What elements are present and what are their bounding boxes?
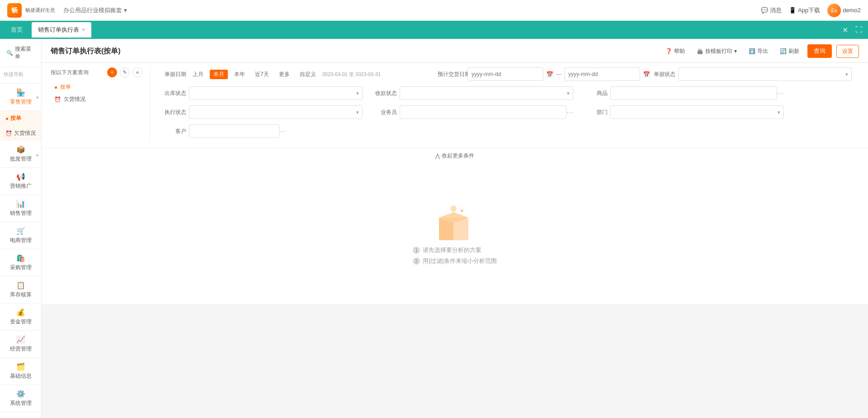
sidebar-item-operations[interactable]: 📈 经营管理 [0, 331, 41, 358]
customer-input[interactable] [189, 124, 279, 138]
empty-state: ✦ · 1 请先选择要分析的方案 2 用[过滤]条件来缩小分析范围 [42, 163, 868, 304]
workspace-dropdown[interactable]: 办公用品行业模拟账套 ▾ [60, 5, 131, 16]
sidebar-item-label-purchase: 采购管理 [10, 264, 32, 271]
date-tag-7days[interactable]: 近7天 [251, 70, 273, 79]
quick-nav-label: 快捷导航 [4, 71, 38, 78]
collapse-scheme-button[interactable]: « [132, 67, 142, 77]
salesperson-label: 业务员 [370, 109, 397, 116]
tab-close-icon[interactable]: × [82, 27, 85, 33]
message-icon: 💬 [761, 7, 768, 14]
collapse-more-button[interactable]: ⋀ 收起更多条件 [42, 148, 868, 163]
receipt-status-select[interactable] [400, 86, 573, 100]
workspace-label: 办公用品行业模拟账套 [63, 6, 122, 14]
exec-status-select[interactable] [189, 105, 363, 119]
goods-input[interactable] [610, 86, 777, 100]
receipt-status-label: 收款状态 [370, 90, 397, 97]
goods-more-icon[interactable]: ··· [777, 90, 784, 97]
date-tag-current-year[interactable]: 本年 [231, 70, 249, 79]
message-button[interactable]: 💬 消息 [761, 6, 782, 14]
scheme-item-欠货情况[interactable]: ⏰ 欠货情况 [51, 93, 142, 105]
retail-icon: 🏪 [16, 88, 25, 97]
salesperson-input[interactable] [400, 105, 566, 119]
sidebar-item-base-info[interactable]: 🗂️ 基础信息 [0, 358, 41, 385]
print-button[interactable]: 🖨️ 按模板打印 ▾ [693, 46, 741, 57]
base-info-icon: 🗂️ [16, 362, 25, 371]
inventory-icon: 📋 [16, 281, 25, 290]
add-scheme-button[interactable]: + [107, 67, 117, 77]
filter-item-goods: 商品 ··· [580, 86, 784, 100]
empty-tips-list: 1 请先选择要分析的方案 2 用[过滤]条件来缩小分析范围 [413, 246, 496, 268]
sub-item-欠货情况[interactable]: ⏰ 欠货情况 [0, 126, 41, 141]
sub-item-按单[interactable]: ● 按单 [0, 111, 41, 126]
search-menu-button[interactable]: 🔍 搜索菜单 [4, 43, 38, 62]
export-button[interactable]: ⬇️ 导出 [745, 46, 772, 57]
settings-button[interactable]: 设置 [836, 45, 859, 58]
dept-select[interactable] [610, 105, 784, 119]
svg-text:·: · [436, 220, 437, 225]
fullscreen-icon[interactable]: ⛶ [854, 24, 864, 36]
scheme-item-按单[interactable]: ● 按单 [51, 81, 142, 93]
salesperson-control: ··· [400, 105, 573, 119]
tip-text-2: 用[过滤]条件来缩小分析范围 [423, 257, 496, 265]
dropdown-arrow-icon: ▾ [124, 7, 127, 14]
empty-tip-2: 2 用[过滤]条件来缩小分析范围 [413, 257, 496, 265]
close-window-icon[interactable]: ✕ [840, 24, 850, 36]
page-title: 销售订单执行表(按单) [51, 47, 121, 56]
filter-section: 按以下方案查询 + ✎ « ● 按单 ⏰ [42, 63, 868, 148]
tip-text-1: 请先选择要分析的方案 [423, 246, 481, 254]
app-download-label: App下载 [798, 6, 820, 14]
expand-arrow-icon-2: ▴ [36, 152, 38, 157]
refresh-button[interactable]: 🔄 刷新 [776, 46, 803, 57]
date-control: 上月 本月 本年 近7天 更多 自定义 2023-03-01 至 2023-03… [189, 70, 430, 79]
sidebar-item-system[interactable]: ⚙️ 系统管理 [0, 385, 41, 412]
sidebar-item-ecommerce[interactable]: 🛒 电商管理 [0, 222, 41, 249]
salesperson-more-icon[interactable]: ··· [566, 109, 573, 116]
sidebar-item-purchase[interactable]: 🛍️ 采购管理 [0, 249, 41, 276]
sidebar-item-finance[interactable]: 💰 资金管理 [0, 304, 41, 331]
purchase-icon: 🛍️ [16, 254, 25, 262]
customer-more-icon[interactable]: ··· [279, 128, 286, 135]
query-button[interactable]: 查询 [807, 44, 832, 58]
print-dropdown-icon: ▾ [734, 48, 737, 54]
sidebar-item-label-marketing: 营销推广 [10, 182, 32, 190]
date-start-icon[interactable]: 📅 [546, 71, 553, 78]
sidebar-item-label-retail: 零售管理 [10, 98, 32, 106]
sidebar-item-collab[interactable]: 🤝 企业协同 [0, 412, 41, 418]
expected-date-start[interactable] [467, 67, 543, 81]
sidebar-item-inventory[interactable]: 📋 库存核算 [0, 276, 41, 304]
date-separator: — [556, 71, 561, 77]
expand-arrow-icon: ▾ [36, 95, 38, 100]
date-tag-prev-month[interactable]: 上月 [189, 70, 207, 79]
help-button[interactable]: ❓ 帮助 [662, 46, 689, 57]
customer-control: ··· [189, 124, 363, 138]
single-status-select[interactable] [678, 67, 852, 81]
expected-date-end[interactable] [564, 67, 640, 81]
filter-row-1: 单据日期 上月 本月 本年 近7天 更多 自定义 2023-03-01 至 20… [159, 67, 859, 81]
sidebar-item-retail[interactable]: 🏪 零售管理 ▾ [0, 84, 41, 111]
date-tag-current-month[interactable]: 本月 [210, 70, 228, 79]
date-tags: 上月 本月 本年 近7天 更多 自定义 2023-03-01 至 2023-03… [189, 70, 381, 79]
edit-scheme-button[interactable]: ✎ [120, 67, 130, 77]
system-icon: ⚙️ [16, 390, 25, 398]
sidebar-item-label-wholesale: 批发管理 [10, 155, 32, 163]
tab-home[interactable]: 首页 [4, 23, 30, 37]
dept-select-wrapper [610, 105, 784, 119]
collapse-up-icon: ⋀ [435, 153, 440, 159]
sidebar-item-sales[interactable]: 📊 销售管理 [0, 195, 41, 222]
date-tag-custom[interactable]: 自定义 [296, 70, 320, 79]
ecommerce-icon: 🛒 [16, 227, 25, 235]
filter-item-single-status: 单据状态 [648, 67, 852, 81]
filter-row-2: 出库状态 收款状态 [159, 86, 859, 100]
tab-sales-exec[interactable]: 销售订单执行表 × [32, 22, 91, 38]
filter-scheme-panel: 按以下方案查询 + ✎ « ● 按单 ⏰ [51, 67, 150, 143]
sidebar-item-marketing[interactable]: 📢 营销推广 [0, 168, 41, 195]
logo-icon: 畅 [7, 3, 22, 18]
tab-label: 销售订单执行表 [38, 26, 79, 34]
app-download-button[interactable]: 📱 App下载 [789, 6, 820, 14]
svg-point-5 [450, 205, 457, 212]
out-status-select[interactable] [189, 86, 363, 100]
user-menu[interactable]: Ea demo2 [827, 4, 861, 17]
wholesale-icon: 📦 [16, 145, 25, 154]
sidebar-item-wholesale[interactable]: 📦 批发管理 ▴ [0, 141, 41, 168]
date-tag-more[interactable]: 更多 [275, 70, 293, 79]
